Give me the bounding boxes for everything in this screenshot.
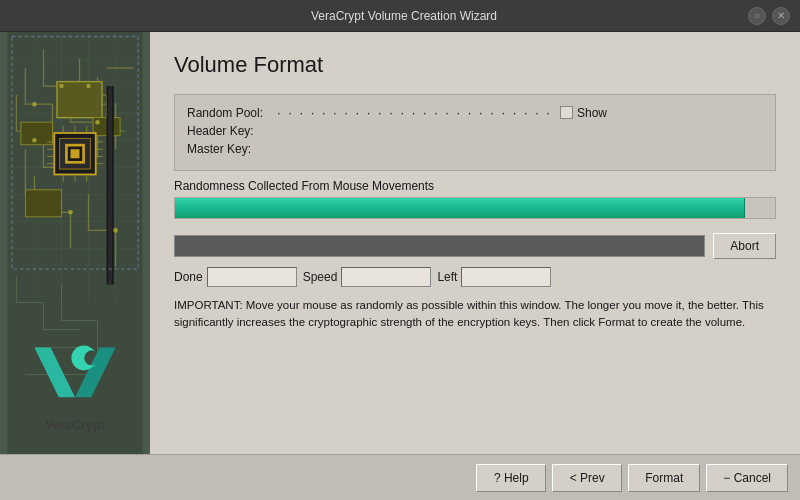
speed-stat: Speed: [303, 267, 432, 287]
main-window: VeraCrypt Volume Creation Wizard ○ ✕: [0, 0, 800, 500]
randomness-bar: [174, 197, 776, 219]
svg-point-45: [95, 120, 100, 125]
window-title: VeraCrypt Volume Creation Wizard: [60, 9, 748, 23]
left-label: Left: [437, 270, 457, 284]
left-field: [461, 267, 551, 287]
speed-field: [341, 267, 431, 287]
main-content: Volume Format Random Pool: · · · · · · ·…: [150, 32, 800, 454]
master-key-label: Master Key:: [187, 142, 277, 156]
minimize-button[interactable]: ○: [748, 7, 766, 25]
sidebar: VeraCrypt: [0, 32, 150, 454]
random-pool-row: Random Pool: · · · · · · · · · · · · · ·…: [187, 105, 763, 120]
done-label: Done: [174, 270, 203, 284]
cancel-button[interactable]: − Cancel: [706, 464, 788, 492]
titlebar: VeraCrypt Volume Creation Wizard ○ ✕: [0, 0, 800, 32]
close-button[interactable]: ✕: [772, 7, 790, 25]
svg-point-47: [113, 228, 118, 233]
left-stat: Left: [437, 267, 551, 287]
help-button[interactable]: ? Help: [476, 464, 546, 492]
format-button[interactable]: Format: [628, 464, 700, 492]
master-key-row: Master Key:: [187, 142, 763, 156]
show-checkbox-area: Show: [560, 106, 607, 120]
abort-button[interactable]: Abort: [713, 233, 776, 259]
randomness-label: Randomness Collected From Mouse Movement…: [174, 179, 776, 193]
svg-rect-15: [57, 82, 102, 118]
header-key-label: Header Key:: [187, 124, 277, 138]
svg-point-44: [32, 138, 37, 143]
stats-row: Done Speed Left: [174, 267, 776, 287]
random-pool-label: Random Pool:: [187, 106, 277, 120]
randomness-section: Randomness Collected From Mouse Movement…: [174, 179, 776, 219]
done-field: [207, 267, 297, 287]
page-title: Volume Format: [174, 52, 776, 78]
important-text: IMPORTANT: Move your mouse as randomly a…: [174, 297, 776, 454]
random-pool-value: · · · · · · · · · · · · · · · · · · · · …: [277, 105, 552, 120]
progress-bar: [174, 235, 705, 257]
svg-point-43: [86, 84, 91, 89]
bottom-bar: ? Help < Prev Format − Cancel: [0, 454, 800, 500]
fields-section: Random Pool: · · · · · · · · · · · · · ·…: [174, 94, 776, 171]
window-controls: ○ ✕: [748, 7, 790, 25]
show-checkbox[interactable]: [560, 106, 573, 119]
prev-button[interactable]: < Prev: [552, 464, 622, 492]
show-label: Show: [577, 106, 607, 120]
svg-rect-18: [25, 190, 61, 217]
circuit-background: VeraCrypt: [0, 32, 150, 454]
window-body: VeraCrypt Volume Format Random Pool: · ·…: [0, 32, 800, 454]
svg-text:VeraCrypt: VeraCrypt: [45, 418, 105, 432]
svg-point-46: [68, 210, 73, 215]
svg-rect-23: [70, 149, 79, 158]
svg-point-42: [59, 84, 64, 89]
svg-point-41: [32, 102, 37, 107]
svg-rect-39: [108, 86, 112, 284]
speed-label: Speed: [303, 270, 338, 284]
progress-section: Abort: [174, 233, 776, 259]
randomness-fill: [175, 198, 745, 218]
svg-rect-16: [21, 122, 53, 145]
header-key-row: Header Key:: [187, 124, 763, 138]
done-stat: Done: [174, 267, 297, 287]
